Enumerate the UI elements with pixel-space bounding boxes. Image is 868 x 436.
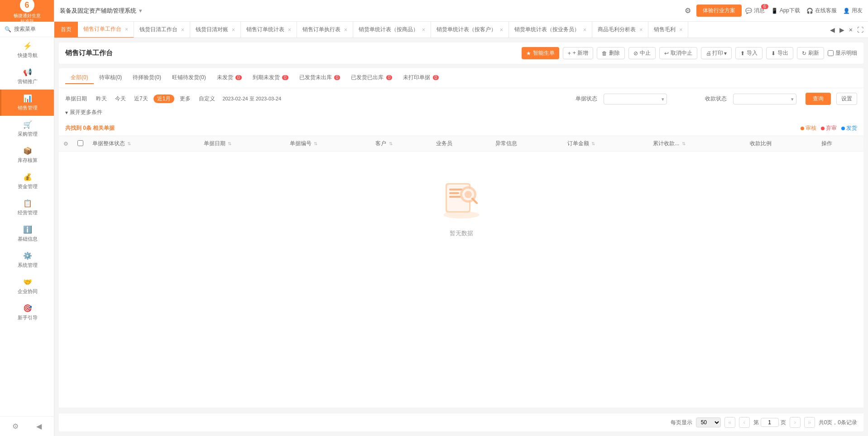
date-custom[interactable]: 自定义 xyxy=(196,94,218,104)
page-prev-btn[interactable]: ‹ xyxy=(739,417,750,428)
show-detail-checkbox[interactable]: 显示明细 xyxy=(828,49,857,57)
table-scroll-area[interactable]: ⚙ 单据整体状态 ⇅ 单据日期 ⇅ 单据编号 ⇅ 客户 ⇅ 业务员 异常信息 订 xyxy=(59,136,863,408)
sidebar-item-sales[interactable]: 📊 销售管理 xyxy=(0,90,54,116)
sidebar-item-guide[interactable]: 🎯 新手引导 xyxy=(0,299,54,326)
tab-reconcile[interactable]: 钱货日清对账 × xyxy=(190,22,241,38)
page-next-btn[interactable]: › xyxy=(790,417,801,428)
show-detail-input[interactable] xyxy=(828,50,834,56)
cancel-review-action-btn[interactable]: 弃审 xyxy=(821,124,837,132)
sidebar-item-basic[interactable]: ℹ️ 基础信息 xyxy=(0,221,54,247)
filter-tab-pending-review[interactable]: 待审核(0) xyxy=(94,72,128,84)
print-button[interactable]: 🖨 打印 ▾ xyxy=(701,47,732,59)
status-select[interactable] xyxy=(604,94,667,104)
tab-close-4-icon[interactable]: × xyxy=(288,27,291,33)
sidebar-item-marketing[interactable]: 📢 营销推广 xyxy=(0,63,54,90)
tab-sales-margin[interactable]: 销售毛利 × xyxy=(648,22,688,38)
sidebar-item-inventory[interactable]: 📦 库存核算 xyxy=(0,142,54,168)
date-today[interactable]: 今天 xyxy=(112,94,129,104)
trial-button[interactable]: 体验行业方案 xyxy=(696,5,742,17)
filter-tab-unshipped[interactable]: 未发货 0 xyxy=(211,72,247,84)
filter-tab-wangpu-ship[interactable]: 旺铺待发货(0) xyxy=(167,72,211,84)
sidebar-item-finance[interactable]: 💰 资金管理 xyxy=(0,168,54,194)
expand-conditions-button[interactable]: ▾ 展开更多条件 xyxy=(65,109,857,116)
tab-sales-stats[interactable]: 销售订单统计表 × xyxy=(241,22,297,38)
review-action-btn[interactable]: 审核 xyxy=(801,124,816,132)
stop-button[interactable]: ⊘ 中止 xyxy=(628,47,656,59)
filter-tab-pending-inspect[interactable]: 待择验货(0) xyxy=(127,72,167,84)
finance-icon: 💰 xyxy=(23,173,32,181)
settings-bottom-icon[interactable]: ⚙ xyxy=(10,420,20,432)
filter-tab-all[interactable]: 全部(0) xyxy=(65,72,94,84)
sidebar-item-search[interactable]: 🔍 搜索菜单 xyxy=(0,22,54,37)
cancel-stop-button[interactable]: ↩ 取消中止 xyxy=(659,47,697,59)
tab-home[interactable]: 首页 xyxy=(54,22,78,38)
collapse-icon[interactable]: ◀ xyxy=(34,420,43,432)
query-button[interactable]: 查询 xyxy=(806,93,831,105)
horizontal-scrollbar[interactable] xyxy=(59,408,863,413)
print-dropdown-icon[interactable]: ▾ xyxy=(724,50,727,57)
online-service-item[interactable]: 🎧 在线客服 xyxy=(806,7,837,14)
sort-icon-4[interactable]: ⇅ xyxy=(389,141,393,146)
sidebar-item-system[interactable]: ⚙️ 系统管理 xyxy=(0,247,54,273)
page-first-btn[interactable]: « xyxy=(724,417,735,428)
sort-icon-2[interactable]: ⇅ xyxy=(228,141,231,146)
date-1month[interactable]: 近1月 xyxy=(153,95,175,103)
filter-tab-shipped-out[interactable]: 已发货已出库 0 xyxy=(345,72,398,84)
tab-close-icon[interactable]: × xyxy=(125,26,128,33)
tab-close-8-icon[interactable]: × xyxy=(583,27,586,33)
sidebar-item-operation[interactable]: 📋 经营管理 xyxy=(0,194,54,221)
tab-close-7-icon[interactable]: × xyxy=(500,27,503,33)
tab-close-10-icon[interactable]: × xyxy=(679,27,682,33)
tab-sales-workbench[interactable]: 销售订单工作台 × xyxy=(78,22,134,38)
app-download-item[interactable]: 📱 App下载 xyxy=(771,7,800,14)
tab-close-3-icon[interactable]: × xyxy=(232,27,235,33)
tab-daily-clear[interactable]: 钱货日清工作台 × xyxy=(134,22,190,38)
import-button[interactable]: ⬆ 导入 xyxy=(735,47,762,59)
sidebar-item-collab[interactable]: 🤝 企业协同 xyxy=(0,273,54,299)
tabs-close-all-icon[interactable]: × xyxy=(847,25,854,34)
tabs-expand-icon[interactable]: ⛶ xyxy=(855,25,865,34)
tab-close-6-icon[interactable]: × xyxy=(422,27,425,33)
date-more[interactable]: 更多 xyxy=(177,94,193,104)
headset-icon: 🎧 xyxy=(806,8,813,14)
sort-icon-6[interactable]: ⇅ xyxy=(682,141,686,146)
ship-action-btn[interactable]: 发货 xyxy=(841,124,857,132)
payment-select[interactable] xyxy=(733,94,796,104)
dropdown-icon[interactable]: ▾ xyxy=(139,7,142,14)
sort-icon-3[interactable]: ⇅ xyxy=(314,141,317,146)
refresh-button[interactable]: ↻ 刷新 xyxy=(797,47,824,59)
sort-icon-5[interactable]: ⇅ xyxy=(591,141,595,146)
tab-goods-stats[interactable]: 销货单统计表（按商品） × xyxy=(353,22,431,38)
tabs-right-nav-icon[interactable]: ▶ xyxy=(838,25,846,34)
tab-sales-exec[interactable]: 销售订单执行表 × xyxy=(297,22,353,38)
page-input[interactable] xyxy=(761,418,779,427)
add-button[interactable]: + + 新增 xyxy=(563,47,593,59)
select-all-checkbox[interactable] xyxy=(77,140,83,146)
filter-tab-overdue-ship[interactable]: 到期未发货 0 xyxy=(247,72,294,84)
filter-tab-shipped-not-out[interactable]: 已发货未出库 0 xyxy=(294,72,346,84)
tab-salesperson-stats[interactable]: 销货单统计表（按业务员） × xyxy=(509,22,592,38)
sidebar-item-quicknav[interactable]: ⚡ 快捷导航 xyxy=(0,37,54,63)
tab-margin-analysis[interactable]: 商品毛利分析表 × xyxy=(592,22,648,38)
message-item[interactable]: 💬 消息 6 xyxy=(745,7,765,14)
tab-customer-stats[interactable]: 销货单统计表（按客户） × xyxy=(431,22,509,38)
tabs-left-nav-icon[interactable]: ◀ xyxy=(828,25,837,34)
filter-tab-unprinted[interactable]: 未打印单据 0 xyxy=(398,72,444,84)
header-right: 💬 消息 6 📱 App下载 🎧 在线客服 👤 用友 xyxy=(745,7,863,14)
tab-close-5-icon[interactable]: × xyxy=(344,27,347,33)
tab-close-2-icon[interactable]: × xyxy=(181,27,184,33)
page-last-btn[interactable]: » xyxy=(804,417,815,428)
delete-button[interactable]: 🗑 删除 xyxy=(597,47,625,59)
set-button[interactable]: 设置 xyxy=(836,93,857,105)
date-yesterday[interactable]: 昨天 xyxy=(93,94,110,104)
smart-gen-button[interactable]: ★ 智能生单 xyxy=(522,47,559,59)
date-7days[interactable]: 近7天 xyxy=(131,94,151,104)
sort-icon-1[interactable]: ⇅ xyxy=(127,141,131,146)
header-settings-icon[interactable]: ⚙ xyxy=(683,5,693,17)
export-button[interactable]: ⬇ 导出 xyxy=(766,47,793,59)
per-page-select[interactable]: 50 100 200 xyxy=(696,417,721,427)
sidebar-item-purchase[interactable]: 🛒 采购管理 xyxy=(0,116,54,142)
user-item[interactable]: 👤 用友 xyxy=(843,7,863,14)
column-settings-icon[interactable]: ⚙ xyxy=(63,141,68,147)
tab-close-9-icon[interactable]: × xyxy=(639,27,643,33)
